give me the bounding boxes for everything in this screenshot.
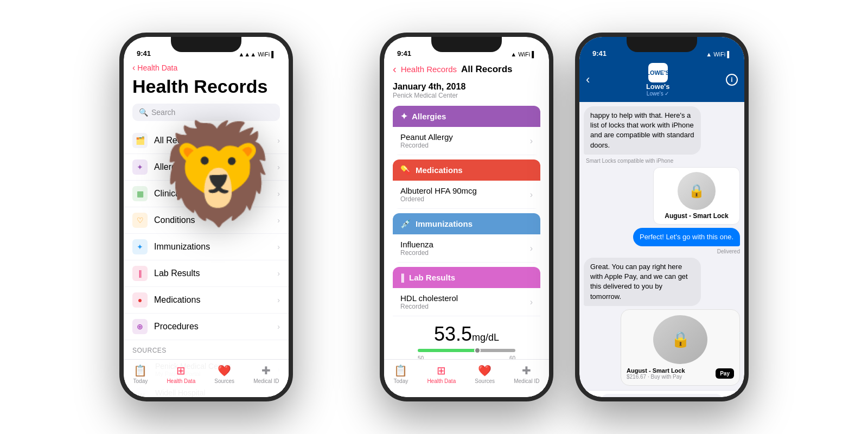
nav-back-health-data[interactable]: ‹ Health Data bbox=[124, 61, 289, 75]
august-lock-name: August - Smart Lock bbox=[658, 212, 735, 220]
phone1-tab-bar: 📋 Today ⊞ Health Data ❤️ Sources ✚ Medic… bbox=[124, 359, 289, 397]
immunizations-header[interactable]: 💉 Immunizations bbox=[393, 213, 540, 234]
phone2-medical-id-icon: ✚ bbox=[522, 364, 531, 377]
menu-item-clinical-vitals[interactable]: ▦ Clinical Vitals › bbox=[124, 181, 289, 207]
today-tab-label: Today bbox=[133, 378, 148, 384]
lowes-header: ‹ LOWE'S Lowe's Lowe's ✓ i bbox=[579, 61, 744, 102]
phone2-tab-sources[interactable]: ❤️ Sources bbox=[475, 364, 495, 384]
today-tab-icon: 📋 bbox=[133, 364, 147, 377]
date-label: January 4th, 2018 bbox=[393, 82, 540, 92]
phone2-content: ‹ Health Records All Records January 4th… bbox=[384, 61, 549, 397]
medications-cat-icon: 💊 bbox=[400, 165, 411, 175]
product-card2-price: $216.67 · Buy with Pay bbox=[627, 374, 685, 380]
category-allergies: ✦ Allergies Peanut Allergy Recorded › bbox=[393, 106, 540, 155]
menu-item-lab-results[interactable]: ‖ Lab Results › bbox=[124, 260, 289, 287]
medical-id-tab-label: Medical ID bbox=[253, 378, 279, 384]
sources-tab-label: Sources bbox=[214, 378, 234, 384]
tab-today[interactable]: 📋 Today bbox=[133, 364, 148, 384]
menu-item-conditions[interactable]: ♡ Conditions › bbox=[124, 207, 289, 234]
page-title: Health Records bbox=[124, 75, 289, 101]
menu-label-allergies: Allergies bbox=[154, 162, 271, 172]
search-placeholder: Search bbox=[151, 108, 175, 117]
menu-item-procedures[interactable]: ⊕ Procedures › bbox=[124, 314, 289, 340]
product-card2-info: August - Smart Lock $216.67 · Buy with P… bbox=[627, 367, 734, 380]
all-records-icon: 🗂️ bbox=[132, 133, 148, 148]
apple-pay-button[interactable]: Pay bbox=[716, 368, 734, 379]
health-data-tab-label: Health Data bbox=[167, 378, 195, 384]
tab-sources[interactable]: ❤️ Sources bbox=[214, 364, 234, 384]
phone2-tab-health-data[interactable]: ⊞ Health Data bbox=[427, 364, 456, 384]
phone2-back-chevron-icon: ‹ bbox=[393, 63, 397, 75]
albuterol-entry[interactable]: Albuterol HFA 90mcg Ordered › bbox=[393, 181, 540, 209]
product-card-august[interactable]: 🔒 August - Smart Lock bbox=[653, 167, 740, 225]
influenza-entry[interactable]: Influenza Recorded › bbox=[393, 234, 540, 263]
date-sublabel: Penick Medical Center bbox=[393, 92, 540, 99]
mic-icon[interactable]: 🎙️ bbox=[726, 395, 740, 397]
allergies-icon: ✦ bbox=[132, 159, 148, 175]
influenza-chevron-icon: › bbox=[530, 244, 533, 253]
phone2-health-icon: ⊞ bbox=[437, 364, 446, 377]
menu-item-allergies[interactable]: ✦ Allergies › bbox=[124, 154, 289, 181]
delivered-label: Delivered bbox=[717, 248, 740, 254]
date-section: January 4th, 2018 Penick Medical Center bbox=[384, 78, 549, 101]
phone2-health-label: Health Data bbox=[427, 378, 456, 384]
phone2-tab-medical-id[interactable]: ✚ Medical ID bbox=[514, 364, 539, 384]
peanut-allergy-entry[interactable]: Peanut Allergy Recorded › bbox=[393, 127, 540, 155]
search-bar[interactable]: 🔍 Search bbox=[132, 104, 280, 121]
nav-back-label: Health Data bbox=[137, 63, 177, 72]
peanut-allergy-name: Peanut Allergy bbox=[400, 132, 453, 142]
main-scene: 9:41 ▲▲▲ WiFi ▌ ‹ Health Data Health Rec… bbox=[0, 0, 868, 434]
lab-results-header[interactable]: ‖ Lab Results bbox=[393, 267, 540, 288]
chevron-icon-7: › bbox=[277, 296, 280, 304]
info-icon[interactable]: i bbox=[726, 74, 738, 86]
medications-icon: ● bbox=[132, 292, 148, 308]
menu-item-immunizations[interactable]: ✦ Immunizations › bbox=[124, 234, 289, 260]
phone2-nav-title: All Records bbox=[461, 64, 512, 75]
lowes-verified: Lowe's ✓ bbox=[647, 91, 669, 97]
menu-label-immunizations: Immunizations bbox=[154, 242, 271, 252]
product-card2-august[interactable]: 🔒 August - Smart Lock $216.67 · Buy with… bbox=[621, 309, 740, 386]
allergies-cat-icon: ✦ bbox=[400, 111, 407, 122]
messages-list: happy to help with that. Here's a list o… bbox=[579, 102, 744, 390]
immunizations-cat-icon: 💉 bbox=[400, 219, 411, 229]
august-lock-image-2: 🔒 bbox=[653, 315, 707, 364]
chevron-icon-5: › bbox=[277, 242, 280, 251]
medications-header[interactable]: 💊 Medications bbox=[393, 159, 540, 181]
allergies-header[interactable]: ✦ Allergies bbox=[393, 106, 540, 127]
message-input[interactable]: To: Lowe's bbox=[601, 394, 723, 397]
camera-icon[interactable]: 📷 bbox=[584, 395, 597, 397]
menu-item-medications[interactable]: ● Medications › bbox=[124, 287, 289, 314]
chevron-icon-3: › bbox=[277, 189, 280, 198]
tab-medical-id[interactable]: ✚ Medical ID bbox=[253, 364, 279, 384]
albuterol-sub: Ordered bbox=[400, 195, 477, 203]
messages-back-icon[interactable]: ‹ bbox=[586, 73, 590, 87]
phone2-today-icon: 📋 bbox=[394, 364, 407, 377]
phone2-sources-icon: ❤️ bbox=[478, 364, 492, 377]
hdl-chevron-icon: › bbox=[530, 297, 533, 307]
hdl-cholesterol-entry[interactable]: HDL cholesterol Recorded › bbox=[393, 288, 540, 316]
menu-label-conditions: Conditions bbox=[154, 215, 271, 225]
menu-label-medications: Medications bbox=[154, 295, 271, 305]
product-card2-name: August - Smart Lock bbox=[627, 367, 685, 374]
phone2-tab-today[interactable]: 📋 Today bbox=[394, 364, 409, 384]
phone2-nav-back[interactable]: Health Records bbox=[401, 65, 457, 74]
chevron-icon-6: › bbox=[277, 269, 280, 278]
cholesterol-unit: mg/dL bbox=[472, 332, 499, 343]
chevron-icon-8: › bbox=[277, 322, 280, 331]
influenza-name: Influenza bbox=[400, 240, 433, 249]
phone2-today-label: Today bbox=[394, 378, 409, 384]
phone-3: 9:41 ▲ WiFi ▌ ‹ LOWE'S Lowe's Lowe's ✓ i bbox=[575, 33, 749, 401]
influenza-sub: Recorded bbox=[400, 249, 433, 257]
cholesterol-value: 53.5mg/dL bbox=[399, 323, 534, 346]
menu-label-all-records: All Records bbox=[154, 136, 271, 145]
msg-input-area: 📷 To: Lowe's 🎙️ A 💳 🐻 ❤️ 🔍 🎵 ··· bbox=[579, 390, 744, 397]
menu-item-all-records[interactable]: 🗂️ All Records › bbox=[124, 127, 289, 154]
phone2-time: 9:41 bbox=[397, 49, 411, 58]
smart-locks-label: Smart Locks compatible with iPhone bbox=[584, 158, 673, 164]
msg-bubble-sent: Perfect! Let's go with this one. bbox=[633, 228, 740, 246]
tab-health-data[interactable]: ⊞ Health Data bbox=[167, 364, 195, 384]
chevron-icon: › bbox=[277, 136, 280, 145]
cholesterol-indicator bbox=[474, 347, 481, 354]
category-medications: 💊 Medications Albuterol HFA 90mcg Ordere… bbox=[393, 159, 540, 209]
back-chevron-icon: ‹ bbox=[132, 63, 135, 73]
